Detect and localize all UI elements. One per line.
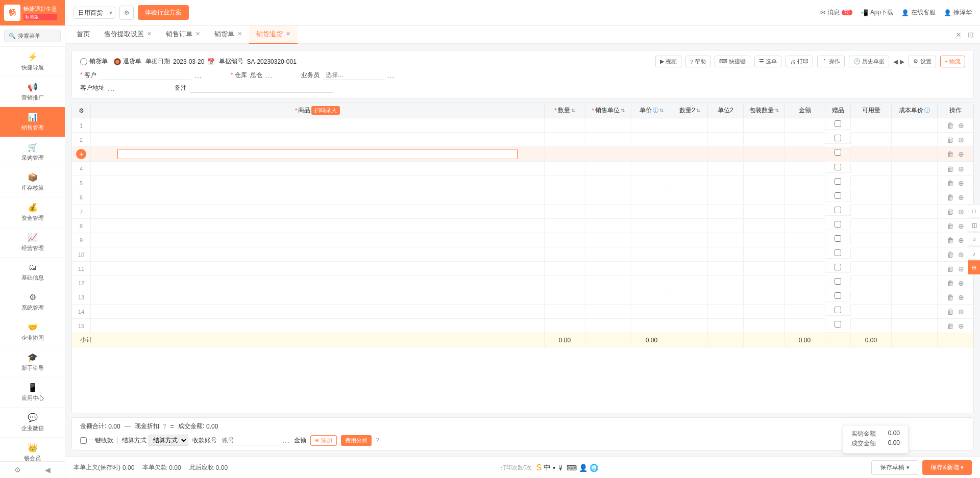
radio-return-input[interactable] — [114, 58, 121, 65]
gift-checkbox-13[interactable] — [835, 292, 841, 299]
sidebar-item-quick-nav[interactable]: ⚡ 快捷导航 — [0, 47, 65, 77]
prev-record-btn[interactable]: ◀ — [893, 58, 898, 65]
add-row-btn[interactable]: + — [76, 149, 86, 159]
gift-checkbox-5[interactable] — [835, 178, 841, 185]
online-service-group[interactable]: 👤 在线客服 — [901, 8, 936, 17]
tab-price-settings-close[interactable]: ✕ — [147, 31, 152, 37]
copy-row-2[interactable]: ⊕ — [958, 136, 964, 144]
gift-checkbox-2[interactable] — [835, 135, 841, 141]
gift-checkbox-4[interactable] — [835, 164, 841, 170]
save-new-dropdown-icon[interactable]: ▾ — [961, 464, 964, 470]
delete-row-10[interactable]: 🗑 — [947, 250, 954, 259]
topbar-settings-icon[interactable]: ⚙ — [119, 6, 134, 20]
scan-btn[interactable]: 扫码录入 — [311, 106, 340, 115]
fee-split-help-icon[interactable]: ? — [376, 437, 379, 444]
quick-btn-1[interactable]: □ — [968, 204, 980, 217]
industry-select-wrap[interactable]: 日用百货 — [74, 7, 115, 19]
gift-checkbox-11[interactable] — [835, 264, 841, 270]
account-input[interactable] — [219, 436, 280, 445]
app-download-group[interactable]: 📲 App下载 — [861, 8, 893, 17]
sidebar-item-purchase[interactable]: 🛒 采购管理 — [0, 137, 65, 167]
copy-row-7[interactable]: ⊕ — [958, 208, 964, 216]
delete-row-4[interactable]: 🗑 — [947, 165, 954, 173]
delete-row-8[interactable]: 🗑 — [947, 222, 954, 230]
gift-checkbox-15[interactable] — [835, 321, 841, 328]
copy-row-1[interactable]: ⊕ — [958, 121, 964, 130]
unit-sort-icon[interactable]: ⇅ — [621, 108, 625, 113]
remark-input[interactable] — [190, 83, 333, 93]
sidebar-item-wechat[interactable]: 💬 企业微信 — [0, 408, 65, 438]
warehouse-dots[interactable]: ... — [265, 71, 273, 80]
sidebar-item-member[interactable]: 👑 畅会员 — [0, 438, 65, 461]
logistics-btn[interactable]: + 物流 — [940, 56, 965, 67]
delete-row-12[interactable]: 🗑 — [947, 279, 954, 287]
delete-row-1[interactable]: 🗑 — [947, 121, 954, 130]
delete-row-7[interactable]: 🗑 — [947, 208, 954, 216]
customer-input[interactable] — [100, 70, 191, 80]
delete-row-5[interactable]: 🗑 — [947, 179, 954, 187]
copy-row-6[interactable]: ⊕ — [958, 193, 964, 202]
salesperson-input[interactable] — [323, 70, 384, 80]
tab-sales-return-close[interactable]: ✕ — [286, 31, 290, 37]
copy-row-15[interactable]: ⊕ — [958, 322, 964, 330]
print-btn[interactable]: 🖨 打印 — [786, 56, 813, 67]
sidebar-item-marketing[interactable]: 📢 营销推广 — [0, 77, 65, 107]
delete-row-14[interactable]: 🗑 — [947, 308, 954, 316]
tab-price-settings[interactable]: 售价提取设置 ✕ — [97, 26, 159, 44]
settings-bottom-icon[interactable]: ⚙ — [14, 466, 21, 474]
settings-btn[interactable]: ⚙ 设置 — [909, 56, 936, 67]
price-sort-icon[interactable]: ⇅ — [659, 108, 664, 113]
sidebar-item-guide[interactable]: 🎓 新手引导 — [0, 347, 65, 378]
copy-row-14[interactable]: ⊕ — [958, 308, 964, 316]
tab-sales-order[interactable]: 销售订单 ✕ — [159, 26, 207, 44]
trial-btn[interactable]: 体验行业方案 — [138, 5, 189, 20]
cost-price-info-icon[interactable]: ⓘ — [924, 107, 930, 114]
one-click-pay-label[interactable]: 一键收款 — [80, 436, 113, 445]
price-info-icon[interactable]: ⓘ — [653, 107, 658, 114]
delete-row-2[interactable]: 🗑 — [947, 136, 954, 144]
settings-col-icon[interactable]: ⚙ — [79, 107, 84, 114]
sidebar-item-operation[interactable]: 📈 经营管理 — [0, 228, 65, 258]
operate-btn[interactable]: ⋮ 操作 — [817, 56, 845, 67]
draft-btn[interactable]: 保存草稿 ▾ — [871, 460, 918, 475]
customer-dots[interactable]: ... — [194, 71, 202, 80]
quick-btn-3[interactable]: ☆ — [968, 232, 980, 246]
qty-sort-icon[interactable]: ⇅ — [571, 108, 575, 113]
salesperson-dots[interactable]: ... — [387, 71, 395, 80]
sidebar-item-sales[interactable]: 📊 销售管理 — [0, 107, 65, 137]
gift-checkbox-8[interactable] — [835, 221, 841, 228]
quick-btn-5[interactable]: ⊞ — [968, 260, 980, 274]
qty2-sort-icon[interactable]: ⇅ — [696, 108, 700, 113]
delete-row-9[interactable]: 🗑 — [947, 236, 954, 244]
copy-row-8[interactable]: ⊕ — [958, 222, 964, 230]
expand-tabs-btn[interactable]: ⊡ — [966, 30, 976, 40]
delete-row-13[interactable]: 🗑 — [947, 293, 954, 301]
sidebar-item-system[interactable]: ⚙ 系统管理 — [0, 287, 65, 317]
quick-btn-2[interactable]: ◫ — [968, 218, 980, 232]
gift-checkbox-6[interactable] — [835, 192, 841, 199]
copy-row-10[interactable]: ⊕ — [958, 250, 964, 259]
col-settings-header[interactable]: ⚙ — [72, 103, 91, 118]
delete-row-6[interactable]: 🗑 — [947, 193, 954, 202]
account-dots[interactable]: ... — [282, 436, 290, 444]
sidebar-search-area[interactable]: 🔍 搜索菜单 — [0, 26, 65, 47]
user-group[interactable]: 👤 徐泽华 — [944, 8, 972, 17]
cash-discount-help-icon[interactable]: ? — [163, 423, 166, 430]
gift-checkbox-7[interactable] — [835, 207, 841, 213]
save-new-btn[interactable]: 保存&新增 ▾ — [922, 460, 972, 475]
copy-row-5[interactable]: ⊕ — [958, 179, 964, 187]
calendar-icon[interactable]: 📅 — [207, 58, 215, 65]
gift-checkbox-14[interactable] — [835, 307, 841, 313]
copy-row-3[interactable]: ⊕ — [958, 150, 964, 158]
gift-checkbox-9[interactable] — [835, 235, 841, 242]
minus-icon[interactable]: — — [125, 423, 131, 430]
tab-sales-delivery[interactable]: 销货单 ✕ — [207, 26, 249, 44]
tab-home[interactable]: 首页 — [69, 26, 97, 44]
product-input-${i}[interactable] — [117, 149, 518, 159]
quick-btn-4[interactable]: ♪ — [968, 246, 980, 260]
tab-sales-delivery-close[interactable]: ✕ — [237, 31, 242, 37]
close-all-btn[interactable]: ✕ — [953, 30, 964, 40]
copy-row-9[interactable]: ⊕ — [958, 236, 964, 244]
delete-row-3[interactable]: 🗑 — [947, 150, 954, 158]
fee-split-btn[interactable]: 费用分摊 — [341, 435, 372, 446]
